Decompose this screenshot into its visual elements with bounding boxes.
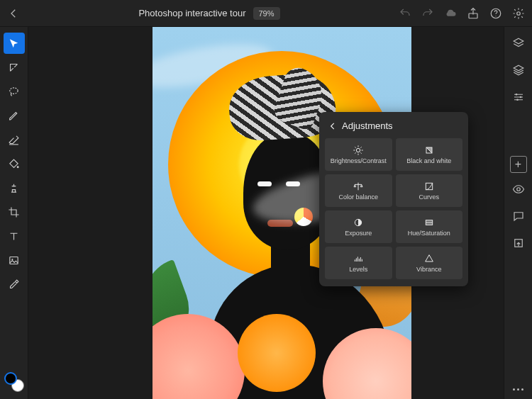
popover-header[interactable]: Adjustments [325,118,462,138]
undo-icon[interactable] [399,7,411,20]
cloud-icon[interactable] [444,7,457,20]
foreground-swatch[interactable] [4,372,17,385]
workspace: Adjustments Brightness/Contrast Black an… [0,27,532,399]
canvas-eye-right [286,181,300,186]
lasso-tool[interactable] [4,81,25,102]
top-bar: Photoshop interactive tour 79% [0,0,532,27]
svg-point-16 [516,188,520,191]
svg-point-8 [357,148,360,152]
svg-point-13 [515,94,517,96]
visibility-icon[interactable] [508,179,529,200]
svg-point-3 [517,11,521,15]
canvas-eye-left [257,181,272,186]
adjustments-popover: Adjustments Brightness/Contrast Black an… [319,112,468,286]
progress-badge: 79% [253,7,280,20]
svg-rect-6 [10,257,18,264]
adjust-brightness-contrast[interactable]: Brightness/Contrast [325,138,392,171]
right-panel-strip: + [504,27,532,399]
adjust-color-balance[interactable]: Color balance [325,174,392,207]
chevron-left-icon [328,121,338,131]
left-toolbar [0,27,28,399]
brightness-icon [353,145,364,156]
canvas-flower-center [238,314,316,392]
back-icon[interactable] [7,7,20,20]
canvas-lips [267,220,293,227]
svg-point-2 [495,16,496,16]
crop-tool[interactable] [4,201,25,223]
adjust-label: Levels [349,266,367,273]
adjust-curves[interactable]: Curves [396,174,463,207]
adjust-label: Color balance [338,194,378,201]
more-icon[interactable] [513,388,523,390]
adjust-vibrance[interactable]: Vibrance [396,247,463,279]
comments-icon[interactable] [508,206,529,227]
adjust-label: Exposure [345,230,372,237]
vibrance-icon [423,253,435,264]
move-tool[interactable] [4,33,25,54]
svg-point-5 [17,166,19,168]
popover-title: Adjustments [342,120,393,131]
adjust-label: Hue/Saturation [408,230,450,237]
gear-icon[interactable] [512,7,525,20]
balance-icon [353,181,364,192]
layer-stack-icon[interactable] [508,60,529,81]
svg-point-4 [10,87,18,93]
adjust-exposure[interactable]: Exposure [325,210,392,243]
type-tool[interactable] [4,225,25,247]
redo-icon[interactable] [421,7,434,20]
canvas-earring [294,208,313,226]
exposure-icon [353,217,364,228]
levels-icon [353,253,364,264]
color-swatches[interactable] [4,372,24,392]
svg-rect-10 [426,183,432,189]
export-icon[interactable] [508,232,529,254]
eraser-tool[interactable] [4,129,25,150]
transform-tool[interactable] [4,57,25,78]
place-image-tool[interactable] [4,249,25,271]
fill-tool[interactable] [4,153,25,174]
svg-point-14 [519,96,521,99]
curves-icon [423,181,435,192]
share-icon[interactable] [467,7,480,20]
svg-point-15 [516,99,519,101]
eyedropper-tool[interactable] [4,274,25,295]
properties-icon[interactable] [508,86,529,108]
canvas-area[interactable]: Adjustments Brightness/Contrast Black an… [28,27,504,399]
adjust-label: Brightness/Contrast [331,158,387,164]
adjustments-grid: Brightness/Contrast Black and white Colo… [325,138,462,279]
layers-icon[interactable] [508,33,529,54]
hue-icon [423,217,435,228]
adjust-label: Curves [419,194,439,201]
adjust-hue-saturation[interactable]: Hue/Saturation [396,210,463,243]
help-icon[interactable] [489,7,502,20]
adjust-levels[interactable]: Levels [325,247,392,279]
adjust-label: Black and white [406,158,451,164]
clone-stamp-tool[interactable] [4,177,25,198]
adjust-label: Vibrance [416,266,441,273]
brush-tool[interactable] [4,105,25,126]
adjust-black-white[interactable]: Black and white [396,138,463,171]
black-white-icon [423,145,435,156]
add-panel-button[interactable]: + [510,156,527,173]
document-title: Photoshop interactive tour [138,8,245,18]
